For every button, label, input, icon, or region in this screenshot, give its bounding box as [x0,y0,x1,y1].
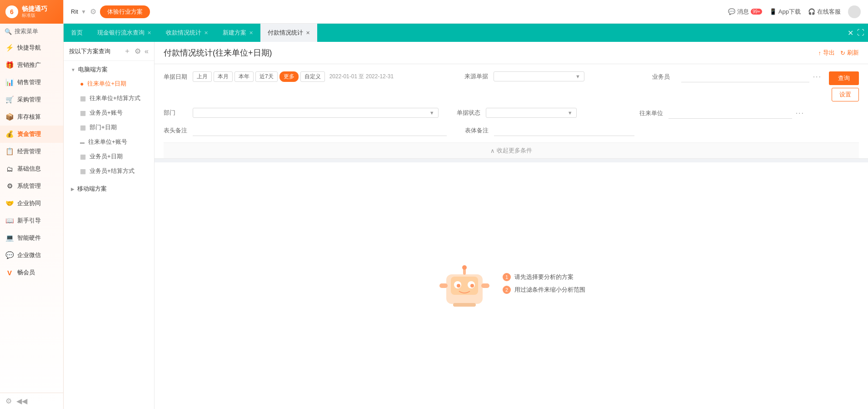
settings-icon[interactable]: ⚙ [5,397,12,405]
sidebar-item-operations[interactable]: 📋 经营管理 [0,143,63,160]
scheme-item-staff-payment[interactable]: ▦ 业务员+结算方式 [64,164,154,178]
company-selector[interactable]: Rit ▼ [71,8,86,15]
staff-dots-btn[interactable]: ··· [813,73,822,81]
tab-new-plan[interactable]: 新建方案 ✕ [215,24,260,42]
date-btn-custom[interactable]: 自定义 [300,71,325,82]
scheme-group-desktop-title[interactable]: ▼ 电脑端方案 [64,63,154,76]
table-header-note-input[interactable] [193,125,447,136]
scheme-item-counterpart-payment[interactable]: ▦ 往来单位+结算方式 [64,91,154,106]
sidebar-item-weixin[interactable]: 💬 企业微信 [0,247,63,264]
user-avatar[interactable] [848,5,861,18]
online-support-action[interactable]: 🎧 在线客服 [808,8,841,16]
collapse-icon: ∧ [490,147,495,154]
sidebar-item-system[interactable]: ⚙ 系统管理 [0,177,63,195]
main-area: Rit ▼ ⚙ 体验行业方案 💬 消息 99+ 📱 App下载 🎧 在线客服 [64,0,868,409]
hint-number-1: 1 [503,273,511,281]
voucher-status-select[interactable]: ▼ [486,108,577,118]
set-button[interactable]: 设置 [832,88,859,101]
collapse-sidebar-icon[interactable]: ◀◀ [16,397,27,405]
collapse-more-conditions[interactable]: ∧ 收起更多条件 [164,142,859,158]
tab-bank-flow[interactable]: 现金银行流水查询 ✕ [90,24,159,42]
scheme-item-staff-account[interactable]: ▦ 业务员+账号 [64,106,154,120]
export-icon: ↑ [818,50,822,56]
expand-tabs-icon[interactable]: ⛶ [857,29,864,37]
date-btn-more[interactable]: 更多 [279,71,299,82]
sidebar: 6 畅捷通巧 标准版 🔍 搜索菜单 ⚡ 快捷导航 🎁 营销推广 📊 销售管理 🛒… [0,0,64,409]
finance-icon: 💰 [5,130,14,138]
dept-arrow-icon: ▼ [429,110,434,116]
scheme-item-counterpart-account[interactable]: ▬ 往来单位+账号 [64,135,154,149]
tab-new-plan-label: 新建方案 [223,29,246,37]
app-download-action[interactable]: 📱 App下载 [769,8,801,16]
sidebar-item-marketing[interactable]: 🎁 营销推广 [0,56,63,74]
scheme-icon-2: ▦ [80,109,86,116]
trial-button[interactable]: 体验行业方案 [100,5,150,18]
empty-state: 1 请先选择要分析的方案 2 用过滤条件来缩小分析范围 [155,162,868,409]
add-scheme-icon[interactable]: ＋ [124,46,131,56]
tab-collection-stats[interactable]: 收款情况统计 ✕ [159,24,215,42]
hint-number-2: 2 [503,286,511,294]
table-body-note-input[interactable] [494,125,635,136]
tab-payment-stats-close[interactable]: ✕ [306,30,310,35]
svg-rect-6 [439,283,448,288]
tab-bank-flow-close[interactable]: ✕ [147,30,151,35]
date-btn-this-year[interactable]: 本年 [234,71,254,82]
logo-text: 畅捷通巧 标准版 [22,5,47,19]
sidebar-item-inventory[interactable]: 📦 库存核算 [0,108,63,126]
dept-select[interactable]: ▼ [193,108,439,118]
sidebar-search[interactable]: 🔍 搜索菜单 [0,24,63,39]
scheme-item-counterpart-date[interactable]: ● 往来单位+日期 [64,76,154,91]
filter-source: 来源单据 ▼ [464,71,634,81]
sidebar-item-member[interactable]: V 畅会员 [0,264,63,281]
guide-icon: 📖 [5,217,14,225]
counterpart-input[interactable] [668,108,792,119]
tab-new-plan-close[interactable]: ✕ [249,30,253,35]
dept-label: 部门 [164,109,189,117]
refresh-button[interactable]: ↻ 刷新 [840,49,859,57]
close-tabs-icon[interactable]: ✕ [848,29,853,37]
messages-badge: 99+ [751,9,762,15]
tab-payment-stats[interactable]: 付款情况统计 ✕ [260,24,317,42]
settings-gear-icon[interactable]: ⚙ [90,7,96,16]
counterpart-dots-btn[interactable]: ··· [796,109,804,117]
table-body-note-label: 表体备注 [465,126,490,135]
scheme-group-mobile-title[interactable]: ▶ 移动端方案 [64,182,154,196]
filter-staff: 业务员 ··· [652,71,822,82]
sidebar-item-basic-info[interactable]: 🗂 基础信息 [0,160,63,177]
sidebar-item-guide[interactable]: 📖 新手引导 [0,212,63,229]
sidebar-item-finance[interactable]: 💰 资金管理 [0,126,63,143]
query-button[interactable]: 查询 [829,71,859,85]
voucher-status-label: 单据状态 [457,109,482,117]
svg-rect-7 [481,283,489,288]
empty-illustration [437,258,492,313]
source-label: 来源单据 [464,72,490,81]
sidebar-item-enterprise[interactable]: 🤝 企业协同 [0,195,63,212]
sidebar-item-purchase[interactable]: 🛒 采购管理 [0,91,63,108]
settings-scheme-icon[interactable]: ⚙ [135,47,141,56]
sidebar-item-sales[interactable]: 📊 销售管理 [0,74,63,91]
tab-collection-stats-close[interactable]: ✕ [204,30,208,35]
source-select[interactable]: ▼ [494,71,584,81]
staff-label: 业务员 [652,73,678,81]
sidebar-item-hardware[interactable]: 💻 智能硬件 [0,229,63,247]
date-label: 单据日期 [164,73,189,81]
staff-input[interactable] [681,71,809,82]
scheme-panel-header: 按以下方案查询 ＋ ⚙ « [64,42,154,61]
filter-table-header-note: 表头备注 [164,125,447,136]
tab-payment-stats-label: 付款情况统计 [268,29,303,37]
date-btn-this-month[interactable]: 本月 [214,71,233,82]
tab-home[interactable]: 首页 [64,24,90,42]
hardware-icon: 💻 [5,234,14,242]
scheme-item-dept-date[interactable]: ▦ 部门+日期 [64,120,154,135]
date-btn-last-month[interactable]: 上月 [193,71,212,82]
export-button[interactable]: ↑ 导出 [818,49,835,57]
empty-hint-2: 2 用过滤条件来缩小分析范围 [503,286,585,294]
sidebar-item-quick-nav[interactable]: ⚡ 快捷导航 [0,39,63,56]
svg-rect-8 [453,303,476,307]
messages-action[interactable]: 💬 消息 99+ [728,8,762,16]
collapse-scheme-icon[interactable]: « [145,47,149,56]
scheme-item-staff-date[interactable]: ▦ 业务员+日期 [64,149,154,164]
date-btn-7days[interactable]: 近7天 [255,71,278,82]
top-header: Rit ▼ ⚙ 体验行业方案 💬 消息 99+ 📱 App下载 🎧 在线客服 [64,0,868,24]
sales-icon: 📊 [5,78,14,86]
